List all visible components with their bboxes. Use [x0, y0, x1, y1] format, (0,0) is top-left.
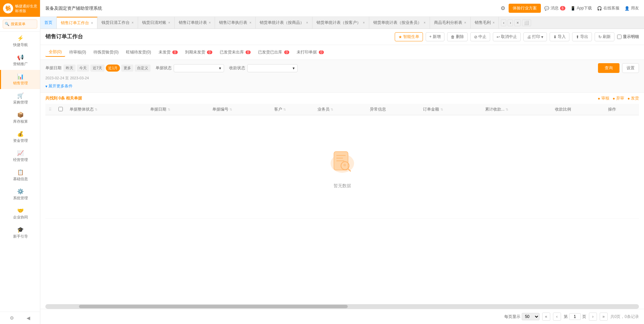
sidebar-item-operation[interactable]: 📈 经营管理: [0, 147, 40, 166]
th-checkbox[interactable]: [55, 104, 66, 115]
delete-button[interactable]: 🗑 删除: [447, 32, 468, 41]
tab-close-icon[interactable]: ×: [424, 21, 426, 25]
tab-close-icon[interactable]: ×: [493, 21, 495, 25]
sidebar-item-purchase[interactable]: 🛒 采购管理: [0, 89, 40, 108]
sub-tab-pending-review[interactable]: 待审核(0): [66, 48, 90, 56]
graduation-icon: 🎓: [17, 227, 24, 233]
query-button[interactable]: 查询: [598, 63, 619, 73]
sidebar-item-cooperation[interactable]: 🤝 企业协同: [0, 204, 40, 223]
tab-sales-stat[interactable]: 销售订单统计表 ×: [175, 17, 215, 29]
sub-tab-shipped-not-out[interactable]: 已发货未出库 0: [216, 48, 254, 56]
th-customer[interactable]: 客户 ⇅: [271, 104, 314, 115]
tab-sales-stat-customer[interactable]: 销货单统计表（按客户） ×: [312, 17, 369, 29]
tabs-close-all-button[interactable]: ×: [514, 19, 521, 26]
sidebar-item-marketing[interactable]: 📢 营销推广: [0, 51, 40, 70]
sub-tab-shipped-out[interactable]: 已发货已出库 0: [255, 48, 293, 56]
tab-close-icon[interactable]: ×: [363, 21, 365, 25]
sub-tab-wangpu-pending[interactable]: 旺铺待发货(0): [123, 48, 155, 56]
app-download-action[interactable]: 📱 App下载: [570, 5, 592, 11]
date-today-btn[interactable]: 今天: [77, 65, 89, 72]
th-collected[interactable]: 累计收款... ⇅: [482, 104, 552, 115]
tabs-next-button[interactable]: ›: [508, 19, 513, 26]
sidebar-item-guide[interactable]: 🎓 新手引导: [0, 223, 40, 242]
date-1month-btn[interactable]: 近1月: [106, 65, 120, 72]
settings-bottom-icon[interactable]: ⚙: [10, 315, 14, 321]
th-number[interactable]: 单据编号 ⇅: [209, 104, 271, 115]
collapse-icon[interactable]: ◀: [27, 315, 30, 321]
sidebar-item-finance[interactable]: 💰 资金管理: [0, 127, 40, 147]
scrollbar-thumb[interactable]: [79, 305, 348, 308]
tab-close-icon[interactable]: ×: [306, 21, 308, 25]
megaphone-icon: 📢: [17, 54, 24, 60]
first-page-button[interactable]: «: [542, 313, 550, 321]
sub-tab-all[interactable]: 全部(0): [45, 48, 65, 57]
sub-tab-overdue-not-shipped[interactable]: 到期未发货 0: [182, 48, 216, 56]
date-more-btn[interactable]: 更多: [121, 65, 133, 72]
tab-close-icon[interactable]: ×: [132, 21, 134, 25]
header-settings-icon[interactable]: ⚙: [501, 5, 505, 11]
th-date[interactable]: 单据日期 ⇅: [147, 104, 209, 115]
abandon-review-button[interactable]: ● 弃审: [613, 95, 624, 101]
tab-sales-stat-staff[interactable]: 销货单统计表（按业务员） ×: [369, 17, 430, 29]
set-button[interactable]: 设置: [622, 63, 639, 73]
refresh-button[interactable]: ↻ 刷新: [595, 32, 614, 41]
th-amount[interactable]: 订单金额 ⇅: [420, 104, 481, 115]
sub-tab-not-printed[interactable]: 未打印单据 0: [293, 48, 327, 56]
prev-page-button[interactable]: ‹: [553, 313, 561, 321]
sort-icon: ⇅: [168, 108, 170, 111]
status-select[interactable]: ▾: [174, 64, 224, 72]
tab-close-icon[interactable]: ×: [464, 21, 466, 25]
tab-close-icon[interactable]: ×: [209, 21, 211, 25]
date-custom-btn[interactable]: 自定义: [135, 65, 151, 72]
tab-cash-reconcile[interactable]: 钱货日清对账 ×: [138, 17, 175, 29]
trial-button[interactable]: 体验行业方案: [509, 4, 541, 13]
payment-select[interactable]: ▾: [247, 64, 298, 72]
page-number-input[interactable]: [569, 313, 581, 320]
review-button[interactable]: ● 审核: [598, 95, 609, 101]
show-detail-checkbox[interactable]: [617, 35, 621, 39]
sidebar-item-system[interactable]: ⚙️ 系统管理: [0, 185, 40, 204]
export-button[interactable]: ⬆ 导出: [572, 32, 592, 41]
tab-sales-stat-product[interactable]: 销货单统计表（按商品） ×: [256, 17, 312, 29]
tabs-prev-button[interactable]: ‹: [501, 19, 506, 26]
show-detail-checkbox-label[interactable]: 显示明细: [617, 34, 639, 40]
sub-tab-not-shipped[interactable]: 未发货 0: [155, 48, 181, 56]
ship-button[interactable]: ● 发货: [628, 95, 639, 101]
sidebar-item-quick-nav[interactable]: ⚡ 快捷导航: [0, 32, 40, 51]
th-staff[interactable]: 业务员 ⇅: [314, 104, 367, 115]
select-all-checkbox[interactable]: [58, 107, 63, 111]
cancel-stop-button[interactable]: ↩ 取消中止: [493, 32, 521, 41]
tab-gross[interactable]: 销售毛利 ×: [471, 17, 499, 29]
sidebar-item-inventory[interactable]: 📦 库存核算: [0, 108, 40, 127]
stop-button[interactable]: ⊘ 中止: [470, 32, 490, 41]
page-size-select[interactable]: 10 20 50 100: [522, 313, 540, 320]
tabs-maximize-button[interactable]: ⬜: [522, 19, 531, 26]
tab-close-icon[interactable]: ×: [249, 21, 251, 25]
tab-close-icon[interactable]: ×: [91, 21, 93, 25]
horizontal-scrollbar[interactable]: [45, 304, 639, 309]
expand-filter-button[interactable]: ▾ 展开更多条件: [45, 83, 73, 89]
smart-create-button[interactable]: ★ 智能生单: [395, 32, 423, 41]
sidebar-item-basic-info[interactable]: 📋 基础信息: [0, 166, 40, 185]
add-button[interactable]: + 新增: [426, 32, 444, 41]
tab-sales-workbench[interactable]: 销售订单工作台 ×: [57, 17, 97, 29]
tab-cash-daily[interactable]: 钱货日清工作台 ×: [97, 17, 138, 29]
sub-tab-pending-inspect[interactable]: 待拣货验货(0): [90, 48, 122, 56]
print-button[interactable]: 🖨 打印 ▾: [523, 32, 547, 41]
date-7days-btn[interactable]: 近7天: [90, 65, 104, 72]
tab-close-icon[interactable]: ×: [168, 21, 170, 25]
tab-profit[interactable]: 商品毛利分析表 ×: [430, 17, 471, 29]
tab-sales-exec[interactable]: 销售订单执行表 ×: [215, 17, 256, 29]
sidebar-item-sales[interactable]: 📊 销售管理: [0, 70, 40, 89]
th-status[interactable]: 单据整体状态 ⇅: [66, 104, 147, 115]
message-action[interactable]: 💬 消息 6: [544, 5, 565, 11]
import-button[interactable]: ⬇ 导入: [550, 32, 569, 41]
online-service-action[interactable]: 🎧 在线客服: [597, 5, 619, 11]
tab-home[interactable]: 首页: [40, 17, 57, 29]
last-page-button[interactable]: »: [600, 313, 608, 321]
date-yesterday-btn[interactable]: 昨天: [63, 65, 76, 72]
tab-label: 销售订单工作台: [61, 20, 89, 26]
next-page-button[interactable]: ›: [589, 313, 597, 321]
user-action[interactable]: 👤 用友: [625, 5, 639, 11]
search-menu-button[interactable]: 🔍 搜索菜单: [3, 19, 37, 29]
